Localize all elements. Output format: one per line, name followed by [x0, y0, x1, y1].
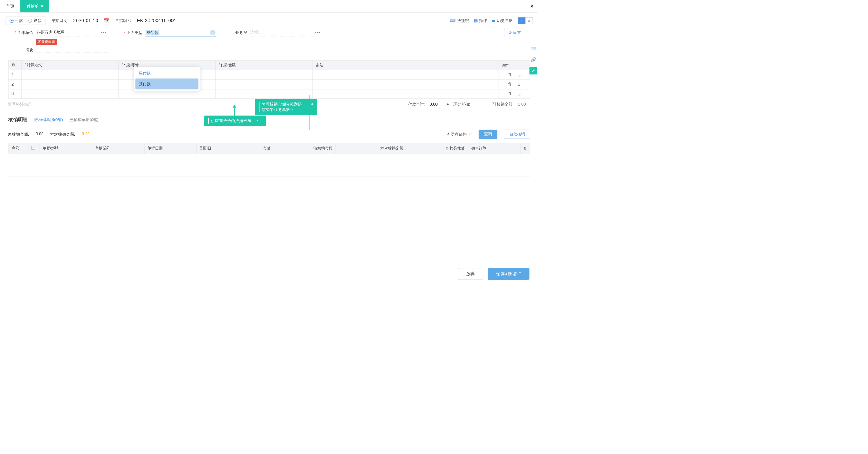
delete-icon[interactable]: 🗑 — [508, 91, 512, 96]
right-rail: 📨 🔗 ⤢ — [528, 44, 538, 74]
chevron-up-icon[interactable]: ˄ — [210, 30, 216, 35]
tab-payment-label: 付款单 — [26, 4, 38, 9]
grid-icon: ▦ — [474, 18, 478, 23]
shortcut-icon: ⌨ — [450, 18, 456, 23]
date-label: 单据日期 — [52, 18, 68, 23]
table-row[interactable]: 2🗑⊕ — [8, 79, 530, 89]
col-method: 结算方式 — [21, 60, 118, 70]
verify-tab-pending[interactable]: 待核销单据(0笔) — [34, 117, 63, 122]
view-list-button[interactable]: ≡ — [518, 17, 525, 24]
thisverify-value: 0.00 — [82, 132, 90, 136]
chevron-up-icon[interactable]: ˄ — [519, 271, 521, 276]
calendar-icon[interactable]: 📅 — [104, 18, 109, 23]
table-row[interactable]: 3🗑⊕ — [8, 89, 530, 99]
partner-more-icon[interactable]: ••• — [101, 30, 106, 35]
biztype-dropdown: 应付款 预付款 — [134, 67, 200, 91]
partner-label: 往来单位 — [13, 30, 33, 35]
vcol-sort[interactable]: ⇅ — [520, 143, 530, 154]
tab-close-icon[interactable]: × — [41, 4, 43, 8]
account-period-badge: 不固定账期 — [36, 39, 57, 45]
rail-inbox-icon[interactable]: 📨 — [529, 44, 537, 52]
rail-expand-icon[interactable]: ⤢ — [529, 67, 537, 74]
payment-table: ⚙ 结算方式 付款账号 付款金额 备注 操作 1🗑⊕ 2🗑⊕ 3🗑⊕ — [8, 60, 530, 99]
chevron-down-icon: ﹀ — [468, 131, 472, 137]
operate-link[interactable]: ▦操作 — [474, 18, 487, 23]
view-toggle: ≡ ⊞ — [518, 17, 533, 24]
settings-button[interactable]: ⚙ 设置 — [504, 29, 525, 37]
vcol-due: 到期日 — [197, 143, 240, 154]
tab-home[interactable]: 首页 — [0, 0, 20, 12]
add-row-icon[interactable]: ⊕ — [517, 91, 521, 96]
biztype-select[interactable]: 应付款 ˄ — [145, 29, 216, 37]
radio-pay[interactable]: 付款 — [10, 18, 23, 23]
discount-label: 现金折扣: — [453, 102, 470, 107]
table-row[interactable]: 1🗑⊕ — [8, 70, 530, 80]
top-tabs: 首页 付款单 × × — [0, 0, 538, 13]
checkbox-icon[interactable] — [31, 146, 35, 150]
clerk-label: 业务员 — [231, 30, 247, 35]
radio-refund[interactable]: 退款 — [28, 18, 42, 23]
verification-section: 核销明细 待核销单据(0笔) 已核销单据(0笔) 未核销金额: 0.00 本次核… — [8, 116, 530, 139]
date-value[interactable]: 2020-01-10 — [73, 18, 98, 24]
delete-icon[interactable]: 🗑 — [508, 82, 512, 87]
remarks-input[interactable]: 填写备注信息 — [8, 102, 119, 107]
clerk-more-icon[interactable]: ••• — [315, 30, 320, 35]
more-conditions[interactable]: ⧩ 更多条件 ﹀ — [446, 131, 472, 137]
filter-icon: ⧩ — [446, 132, 449, 136]
tab-payment[interactable]: 付款单 × — [20, 0, 49, 12]
query-button[interactable]: 查询 — [479, 130, 497, 139]
summary-label: 摘要 — [13, 47, 33, 52]
add-row-icon[interactable]: ⊕ — [517, 82, 521, 87]
auto-verify-button[interactable]: 自动核销 — [504, 130, 530, 139]
vcol-this: 本次核销金额 — [336, 143, 406, 154]
verify-tab-done[interactable]: 已核销单据(0笔) — [70, 117, 99, 122]
clerk-input[interactable]: 选择... ••• — [250, 29, 321, 36]
window-close-icon[interactable]: × — [530, 3, 534, 10]
gear-icon: ⚙ — [11, 63, 15, 67]
dropdown-option-prepay[interactable]: 预付款 — [135, 78, 198, 89]
sort-icon: ⇅ — [523, 146, 527, 151]
view-card-button[interactable]: ⊞ — [525, 17, 533, 24]
docnum-value: FK-20200110-001 — [137, 18, 176, 24]
col-operate: 操作 — [499, 60, 530, 70]
tooltip-close-icon[interactable]: × — [311, 102, 313, 106]
vcol-type: 单据类型 — [39, 143, 92, 154]
verify-title: 核销明细 — [8, 116, 28, 123]
verifiable-label: 可核销金额: — [492, 102, 513, 107]
tooltip-auto-verify: 将可核销金额分摊到待核销的业务单据上 × — [255, 99, 317, 115]
tooltip-close-icon[interactable]: × — [257, 118, 259, 123]
col-amount: 付款金额 — [215, 60, 312, 70]
history-icon: ☰ — [492, 18, 496, 23]
rail-link-icon[interactable]: 🔗 — [529, 55, 537, 63]
unverified-value: 0.00 — [36, 132, 44, 136]
vcol-date: 单据日期 — [144, 143, 196, 154]
partner-input[interactable]: 苏州万达沃尔玛 ••• — [36, 29, 107, 36]
verify-table-body — [8, 154, 530, 176]
thisverify-label: 本次核销金额: — [50, 131, 75, 137]
history-link[interactable]: ☰历史单据 — [492, 18, 513, 23]
dropdown-option-payable[interactable]: 应付款 — [135, 68, 198, 79]
vcol-check[interactable] — [28, 143, 39, 154]
verify-table: 序号 单据类型 单据编号 单据日期 到期日 金额 待核销金额 本次核销金额 折扣… — [8, 143, 530, 154]
gear-icon: ⚙ — [508, 31, 512, 35]
discard-button[interactable]: 放弃 — [458, 268, 483, 280]
header-actions: ⌨快捷键 ▦操作 ☰历史单据 ≡ ⊞ — [450, 17, 533, 24]
paysum-value: 0.00 — [430, 102, 438, 107]
save-and-new-button[interactable]: 保存&新增 ˄ — [488, 268, 529, 280]
hint-line-3 — [310, 111, 310, 130]
docnum-label: 单据编号 — [115, 18, 131, 23]
radio-off-icon — [28, 19, 32, 23]
shortcut-link[interactable]: ⌨快捷键 — [450, 18, 469, 23]
paytype-tabs: 付款 退款 — [5, 16, 46, 25]
radio-on-icon — [10, 19, 14, 23]
vcol-amount: 金额 — [240, 143, 274, 154]
gear-column-header[interactable]: ⚙ — [8, 60, 21, 70]
vcol-order: 销售订单 — [468, 143, 521, 154]
summary-input[interactable] — [36, 47, 107, 52]
delete-icon[interactable]: 🗑 — [508, 72, 512, 77]
paysum-label: 付款合计: — [408, 102, 425, 107]
vcol-num: 单据编号 — [92, 143, 144, 154]
vcol-share: 折扣分摊额 — [406, 143, 468, 154]
vcol-seq: 序号 — [8, 143, 28, 154]
add-row-icon[interactable]: ⊕ — [517, 72, 521, 77]
